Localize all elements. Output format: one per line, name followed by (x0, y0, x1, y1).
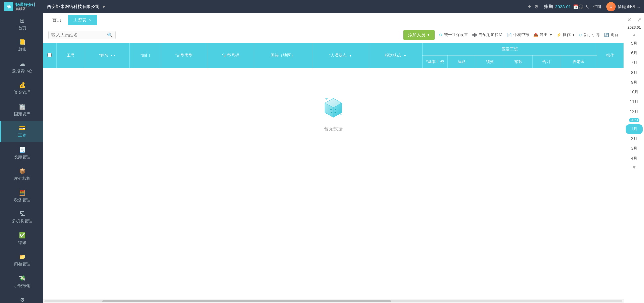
period-selector[interactable]: 账期 2023-01 📅 (544, 4, 578, 10)
user-info[interactable]: U 畅捷通B组... (606, 2, 640, 11)
th-performance: 绩效 (476, 56, 504, 69)
sidebar-item-archive[interactable]: 📁 归档管理 (0, 250, 43, 271)
refresh-action[interactable]: 🔄 刷新 (604, 32, 618, 38)
logo-icon: 畅 (4, 2, 13, 11)
sidebar-item-basic-settings[interactable]: ⚙ 基础设置 (0, 293, 43, 303)
calendar-icon[interactable]: 📅 (573, 4, 578, 9)
invoice-icon: 🧾 (19, 146, 26, 153)
timeline-panel: ✕ ⤢ 2023.01 ▲ 5月 6月 7月 8月 9月 10月 11月 12月 (624, 13, 644, 303)
timeline-month-12[interactable]: 12月 (624, 107, 644, 117)
top-bar-right: 🎧 人工咨询 U 畅捷通B组... (578, 2, 640, 11)
payroll-icon: 💳 (19, 125, 26, 131)
year-badge: 2023 (629, 118, 639, 122)
company-dropdown-icon[interactable]: ▼ (102, 4, 106, 9)
refresh-icon: 🔄 (604, 33, 609, 37)
cloud-icon: ☁ (20, 60, 25, 67)
th-person-status[interactable]: *人员状态 ▼ (312, 43, 369, 68)
settings-icon[interactable]: ⚙ (534, 4, 539, 9)
th-department: *部门 (129, 43, 161, 68)
company-selector[interactable]: 西安虾米网络科技有限公司 ▼ (47, 4, 524, 10)
operation-action[interactable]: ⚡ 操作 ▼ (556, 32, 575, 38)
tab-payroll-table[interactable]: 工资表 ✕ (68, 15, 97, 25)
panel-close-icon[interactable]: ✕ (626, 16, 633, 24)
th-salary-group: 应发工资 (423, 43, 597, 56)
main-layout: ⊞ 首页 📒 总账 ☁ 云报表中心 💰 资金管理 🏢 固定资产 💳 工资 🧾 发… (0, 13, 644, 303)
sidebar-label-invoice: 发票管理 (14, 154, 30, 160)
timeline-month-9[interactable]: 9月 (624, 78, 644, 87)
search-input[interactable] (51, 32, 105, 37)
timeline-scroll-down[interactable]: ▼ (631, 163, 638, 171)
timeline-month-7[interactable]: 7月 (624, 58, 644, 68)
timeline-month-2[interactable]: 2月 (624, 134, 644, 144)
add-dropdown-icon: ▼ (427, 33, 430, 37)
timeline-month-8[interactable]: 8月 (624, 68, 644, 78)
operation-dropdown-icon: ▼ (572, 33, 575, 37)
tab-home[interactable]: 首页 (47, 15, 67, 25)
sidebar-item-closing[interactable]: ✅ 结账 (0, 228, 43, 250)
empty-text: 暂无数据 (324, 126, 343, 132)
sidebar-item-fund[interactable]: 💰 资金管理 (0, 78, 43, 99)
sidebar-label-payroll: 工资 (18, 133, 26, 138)
timeline-month-5[interactable]: 5月 (624, 39, 644, 48)
tab-home-label: 首页 (52, 17, 61, 23)
th-nationality: 国籍（地区） (254, 43, 312, 68)
th-name[interactable]: *姓名 ▲▼ (85, 43, 129, 68)
social-security-action[interactable]: ⚙ 统一社保设置 (439, 32, 468, 38)
inventory-icon: 📦 (19, 168, 26, 174)
table-container: 工号 *姓名 ▲▼ *部门 *证型类型 *证型号码 (43, 43, 624, 299)
th-cert-type: *证型类型 (161, 43, 207, 68)
th-report-status[interactable]: 报送状态 ▼ (369, 43, 423, 68)
panel-maximize-icon[interactable]: ⤢ (636, 16, 643, 24)
timeline-month-6[interactable]: 6月 (624, 48, 644, 58)
special-deduction-action[interactable]: ➕ 专项附加扣除 (472, 32, 503, 38)
sidebar-item-ledger[interactable]: 📒 总账 (0, 35, 43, 56)
report-status-filter-icon[interactable]: ▼ (403, 54, 407, 57)
add-company-icon[interactable]: + (528, 4, 531, 10)
th-number: 工号 (56, 43, 85, 68)
sidebar-item-tax[interactable]: 🧮 税务管理 (0, 185, 43, 207)
sidebar-item-expense[interactable]: 💸 小畅报销 (0, 271, 43, 293)
content-area: 首页 工资表 ✕ 🔍 添加人员 ▼ ⚙ 统一社保设置 (43, 13, 624, 303)
multi-org-icon: 🏗 (20, 211, 25, 217)
timeline-month-11[interactable]: 11月 (624, 97, 644, 107)
sidebar-item-fixed-assets[interactable]: 🏢 固定资产 (0, 99, 43, 121)
home-icon: ⊞ (20, 17, 24, 24)
horizontal-scrollbar[interactable] (43, 299, 624, 303)
sidebar-item-inventory[interactable]: 📦 库存核算 (0, 164, 43, 185)
search-icon: 🔍 (107, 32, 113, 38)
timeline-month-4[interactable]: 4月 (624, 154, 644, 163)
app-title: 畅通好会计 (15, 2, 36, 7)
sidebar-label-ledger: 总账 (18, 47, 26, 52)
company-name: 西安虾米网络科技有限公司 (47, 4, 100, 10)
income-tax-label: 个税申报 (513, 32, 529, 38)
sidebar-item-invoice[interactable]: 🧾 发票管理 (0, 142, 43, 164)
sidebar-item-multi-org[interactable]: 🏗 多机构管理 (0, 207, 43, 228)
th-total: 合计 (532, 56, 561, 69)
person-status-filter-icon[interactable]: ▼ (349, 54, 352, 57)
new-guide-action[interactable]: ⊙ 新手引导 (579, 32, 600, 38)
tab-payroll-label: 工资表 (73, 17, 86, 23)
toolbar: 🔍 添加人员 ▼ ⚙ 统一社保设置 ➕ 专项附加扣除 📄 个税申报 (43, 27, 624, 43)
timeline-month-3[interactable]: 3月 (624, 144, 644, 154)
timeline-scroll-up[interactable]: ▲ (631, 31, 638, 39)
timeline-month-1[interactable]: 1月 (626, 124, 643, 134)
add-person-button[interactable]: 添加人员 ▼ (403, 30, 435, 40)
timeline-month-10[interactable]: 10月 (624, 87, 644, 97)
toolbar-right: 添加人员 ▼ ⚙ 统一社保设置 ➕ 专项附加扣除 📄 个税申报 📤 导 (403, 30, 618, 40)
sidebar-item-payroll[interactable]: 💳 工资 (0, 121, 43, 142)
help-button[interactable]: 🎧 人工咨询 (578, 4, 601, 10)
svg-point-4 (330, 109, 332, 110)
top-bar: 畅 畅通好会计 旗舰版 西安虾米网络科技有限公司 ▼ + ⚙ 账期 2023-0… (0, 0, 644, 13)
tab-close-icon[interactable]: ✕ (88, 18, 91, 22)
name-sort-icon[interactable]: ▲▼ (110, 54, 116, 57)
export-action[interactable]: 📤 导出 ▼ (533, 32, 552, 38)
scroll-thumb[interactable] (102, 300, 391, 302)
select-all-checkbox[interactable] (47, 53, 52, 57)
top-bar-actions: + ⚙ (527, 4, 539, 10)
sidebar-label-fixed-assets: 固定资产 (14, 111, 30, 117)
user-label: 畅捷通B组... (618, 4, 640, 10)
sidebar-item-cloud-report[interactable]: ☁ 云报表中心 (0, 56, 43, 78)
sidebar-item-home[interactable]: ⊞ 首页 (0, 13, 43, 35)
th-checkbox[interactable] (43, 43, 56, 68)
income-tax-action[interactable]: 📄 个税申报 (507, 32, 529, 38)
